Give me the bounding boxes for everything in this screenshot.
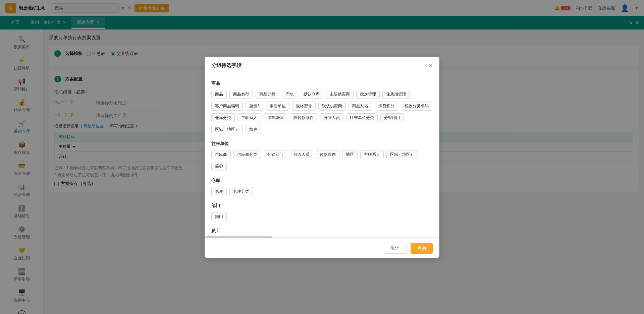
tag-cp-1[interactable]: 供应商分类 [233,150,261,159]
tag-product-14[interactable]: 拣货积分 [375,102,398,111]
tag-product-1[interactable]: 商品类型 [229,90,253,99]
tag-product-10[interactable]: 零售单位 [266,102,289,111]
tag-product-6[interactable]: 批次管理 [356,90,380,99]
section-product-tags: 商品 商品类型 商品分类 产地 默认仓库 主要供应商 批次管理 保质期管理 客户… [211,90,433,134]
section-staff-title: 员工 [211,228,433,234]
tag-product-8[interactable]: 客户商品编码 [211,102,243,111]
tag-cp-5[interactable]: 地区 [342,150,358,159]
tag-product-13[interactable]: 商品别名 [348,102,372,111]
tag-cp-2[interactable]: 分管部门 [264,150,287,159]
tag-cp-3[interactable]: 分管人员 [290,150,313,159]
tag-product-19[interactable]: 收付款条件 [290,113,317,122]
tag-wh-0[interactable]: 仓库 [211,187,227,196]
tag-product-23[interactable]: 区域（地区） [211,125,243,134]
tag-wh-1[interactable]: 仓库分类 [229,187,253,196]
tag-cp-7[interactable]: 区域（地区） [386,150,418,159]
tag-product-24[interactable]: 简称 [246,125,261,134]
tag-product-16[interactable]: 仓库分类 [211,113,235,122]
tag-product-17[interactable]: 主联系人 [237,113,261,122]
tag-product-21[interactable]: 往来单位分类 [346,113,378,122]
tag-dept-0[interactable]: 部门 [211,212,227,221]
section-staff: 员工 业务员 [211,228,433,236]
tag-cp-6[interactable]: 主联系人 [360,150,384,159]
modal-footer: 取消 查询 [205,239,439,258]
section-dept-tags: 部门 [211,212,433,221]
tag-product-12[interactable]: 默认供应商 [318,102,346,111]
tag-product-15[interactable]: 税收分类编码 [401,102,432,111]
section-product: 商品 商品 商品类型 商品分类 产地 默认仓库 主要供应商 批次管理 保质期管理… [211,80,433,134]
tag-product-7[interactable]: 保质期管理 [382,90,410,99]
section-counterparty: 往来单位 供应商 供应商分类 分管部门 分管人员 付款条件 地区 主联系人 区域… [211,141,433,171]
field-select-modal: 分组待选字段 ✕ 商品 商品 商品类型 商品分类 产地 默认仓库 主要供应商 批… [205,57,439,258]
tag-product-22[interactable]: 分管部门 [380,113,404,122]
section-warehouse: 仓库 仓库 仓库分类 [211,178,433,196]
tag-product-20[interactable]: 分管人员 [320,113,343,122]
modal-body: 商品 商品 商品类型 商品分类 产地 默认仓库 主要供应商 批次管理 保质期管理… [205,75,439,236]
hscroll-thumb [205,236,272,238]
tag-product-11[interactable]: 规格型号 [292,102,316,111]
section-warehouse-tags: 仓库 仓库分类 [211,187,433,196]
section-product-title: 商品 [211,80,433,86]
tag-cp-4[interactable]: 付款条件 [316,150,339,159]
modal-header: 分组待选字段 ✕ [205,57,439,75]
modal-title: 分组待选字段 [211,62,241,69]
tag-product-18[interactable]: 结算单位 [264,113,287,122]
section-warehouse-title: 仓库 [211,178,433,184]
confirm-button[interactable]: 查询 [411,243,433,254]
tag-product-0[interactable]: 商品 [211,90,227,99]
section-dept: 部门 部门 [211,203,433,221]
tag-product-9[interactable]: 重量3 [246,102,263,111]
section-counterparty-tags: 供应商 供应商分类 分管部门 分管人员 付款条件 地区 主联系人 区域（地区） … [211,150,433,171]
modal-close-btn[interactable]: ✕ [428,62,433,69]
section-dept-title: 部门 [211,203,433,209]
modal-hscrollbar[interactable] [205,236,439,238]
tag-product-2[interactable]: 商品分类 [256,90,279,99]
cancel-button[interactable]: 取消 [384,243,407,254]
tag-cp-8[interactable]: 简称 [211,162,227,171]
tag-product-5[interactable]: 主要供应商 [326,90,354,99]
modal-overlay: 分组待选字段 ✕ 商品 商品 商品类型 商品分类 产地 默认仓库 主要供应商 批… [0,0,644,314]
section-counterparty-title: 往来单位 [211,141,433,147]
tag-cp-0[interactable]: 供应商 [211,150,231,159]
tag-product-3[interactable]: 产地 [282,90,297,99]
tag-product-4[interactable]: 默认仓库 [300,90,323,99]
